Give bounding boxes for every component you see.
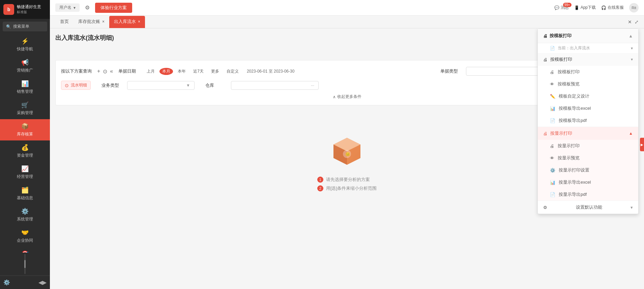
message-icon: 💬 [554,5,559,10]
close-window-icon[interactable]: ✕ [628,19,632,25]
template-print-item[interactable]: 🖨 按模板打印 [538,66,638,78]
headset-icon: 🎧 [601,5,606,10]
sidebar-item-xinshou[interactable]: 🎯 新手引导 [0,247,50,253]
search-menu-button[interactable]: 🔍 搜索菜单 [3,22,47,31]
collapse-filters-btn[interactable]: ∧ 收起更多条件 [333,94,361,100]
template-excel-item[interactable]: 📊 按模板导出excel [538,102,638,114]
template-print-section: 🖨 按模板打印 ▾ 🖨 按模板打印 👁 按模板预览 ✏️ 模板自定义设计 [538,53,638,127]
filter-add-icon[interactable]: + [97,68,100,74]
warehouse-select[interactable]: ··· [231,81,319,90]
filter-tag-icon: ⊙ [65,83,69,88]
date-last-month[interactable]: 上月 [144,68,157,75]
sidebar-item-label: 企业协同 [17,238,33,243]
sidebar-item-zijin[interactable]: 💰 资金管理 [0,140,50,162]
section-title: 🖨 按显示打印 [543,130,572,136]
sidebar-scrollbar[interactable] [0,253,50,275]
sidebar-item-caigou[interactable]: 🛒 采购管理 [0,98,50,119]
section-caret-icon: ▲ [629,131,633,136]
template-print-header[interactable]: 🖨 按模板打印 ▾ [538,53,638,66]
display-preview-item[interactable]: 👁 按显示预览 [538,152,638,164]
user-area[interactable]: 用户名 ▾ [55,3,80,12]
settings-icon[interactable]: ⚙️ [3,279,10,286]
empty-step-1: 1 请先选择要分析的方案 [317,177,377,183]
sidebar-icon: 📢 [21,59,29,66]
display-print-settings-item[interactable]: ⚙️ 按显示打印设置 [538,164,638,176]
filter-collapse-icon[interactable]: « [110,68,113,74]
logo-text: 畅捷通好生意 [17,4,41,10]
date-label: 单据日期 [118,68,139,74]
avatar[interactable]: Rit [629,3,639,12]
item-icon: 👁 [550,82,554,87]
filter-section-label: 按以下方案查询 [61,68,92,74]
industry-btn[interactable]: 体验行业方案 [95,3,132,13]
app-download-item[interactable]: 📱 App下载 [574,5,596,10]
logo-badge: 标准版 [17,10,41,15]
app-icon: 📱 [574,5,579,10]
sidebar-item-jichu[interactable]: 🗂️ 基础信息 [0,183,50,204]
doc-type-label: 单据类型 [440,68,461,74]
warehouse-dots-icon: ··· [311,83,314,88]
sidebar: b 畅捷通好生意 标准版 🔍 搜索菜单 ⚡ 快捷导航 📢 营销推广 📊 销售管理… [0,0,50,289]
sidebar-item-xiaoshou[interactable]: 📊 销售管理 [0,77,50,98]
business-type-select[interactable]: ▼ [127,81,195,90]
display-excel-item[interactable]: 📊 按显示导出excel [538,176,638,188]
tab-kucun-pizhan[interactable]: 库存批次账 × [74,16,109,28]
tab-close-icon[interactable]: × [138,19,140,24]
bottom-label: 设置默认功能 [576,204,602,210]
active-filter-tag[interactable]: ⊙ 流水明细 [61,81,91,90]
tab-home[interactable]: 首页 [55,16,74,28]
date-custom[interactable]: 自定义 [224,68,241,75]
app-logo: b 畅捷通好生意 标准版 [0,0,50,19]
sidebar-item-qiye[interactable]: 🤝 企业协同 [0,226,50,247]
filter-settings-icon[interactable]: ⊙ [103,68,107,75]
tab-close-icon[interactable]: × [102,19,105,24]
item-icon: 📄 [550,118,555,123]
item-icon: ⚙️ [550,168,555,173]
current-selection[interactable]: 📄 当前：出入库流水 ▾ [538,43,638,53]
print-dropdown-panel: 🖨 按模板打印 ▲ 📄 当前：出入库流水 ▾ 🖨 按模板打印 ▾ [537,28,639,214]
sidebar-item-kuaijie[interactable]: ⚡ 快捷导航 [0,34,50,55]
sidebar-item-jingying[interactable]: 📈 经营管理 [0,162,50,183]
online-service-label: 在线客服 [608,5,624,10]
sidebar-icon: 🎯 [21,250,29,253]
logo-icon: b [3,4,14,15]
collapse-icon[interactable]: ◀▶ [38,279,47,286]
sidebar-item-xitong[interactable]: ⚙️ 系统管理 [0,204,50,226]
display-print-header[interactable]: 🖨 按显示打印 ▲ [538,127,638,140]
business-type-label: 业务类型 [101,82,122,88]
header-settings-icon[interactable]: ⚙ [85,4,90,11]
sidebar-icon: 🗂️ [21,186,29,194]
date-current-month[interactable]: 本月 [159,68,173,75]
sidebar-item-kucun[interactable]: 📦 库存核算 [0,119,50,140]
sidebar-search[interactable]: 🔍 搜索菜单 [0,19,50,34]
online-service-item[interactable]: 🎧 在线客服 [601,5,624,10]
right-edge-expand-btn[interactable]: ▶ [640,138,644,151]
tab-label: 出入库流水 [114,19,136,25]
template-custom-item[interactable]: ✏️ 模板自定义设计 [538,90,638,102]
display-pdf-item[interactable]: 📄 按显示导出pdf [538,188,638,201]
template-preview-item[interactable]: 👁 按模板预览 [538,78,638,90]
sidebar-icon: ⚙️ [21,208,29,215]
date-current-year[interactable]: 本年 [175,68,188,75]
edge-arrow-icon: ▶ [641,143,643,147]
sidebar-item-yingxiao[interactable]: 📢 营销推广 [0,55,50,77]
tab-churu-liushui[interactable]: 出入库流水 × [109,16,145,28]
date-range-display: 2023-06-01 至 2023-06-30 [247,69,294,74]
sidebar-item-label: 销售管理 [17,89,33,95]
item-icon: 🖨 [550,70,554,75]
date-last7[interactable]: 近7天 [191,68,206,75]
item-icon: 🖨 [550,143,554,149]
sidebar-item-label: 采购管理 [17,110,33,116]
tab-label: 库存批次账 [78,19,100,25]
expand-window-icon[interactable]: ⤢ [635,19,639,25]
message-item[interactable]: 💬 消息 99+ [554,5,569,10]
date-more[interactable]: 更多 [208,68,222,75]
display-print-item[interactable]: 🖨 按显示打印 [538,140,638,152]
dropdown-bottom[interactable]: ⚙ 设置默认功能 ▾ [538,201,638,214]
date-options: 上月 本月 本年 近7天 更多 自定义 [144,68,241,75]
dropdown-collapse-icon[interactable]: ▲ [628,33,633,38]
avatar-text: Rit [632,6,636,10]
display-print-section: 🖨 按显示打印 ▲ 🖨 按显示打印 👁 按显示预览 ⚙️ 按显示打印设置 [538,127,638,201]
template-pdf-item[interactable]: 📄 按模板导出pdf [538,114,638,127]
sidebar-icon: 📊 [21,80,29,87]
